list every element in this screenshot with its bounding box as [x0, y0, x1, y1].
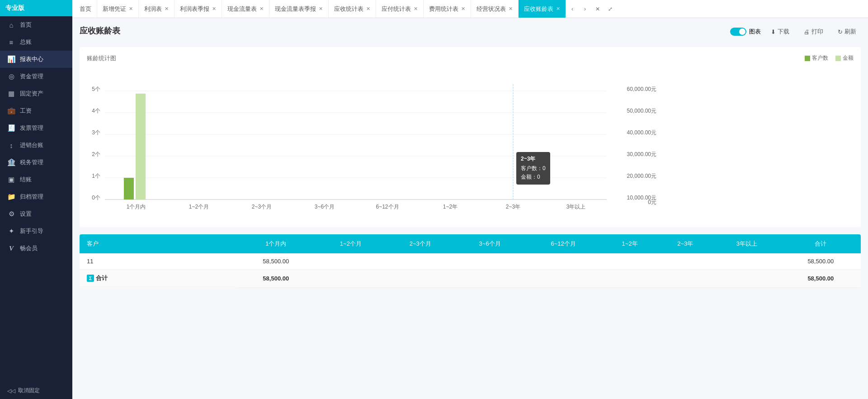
invoice-icon: 🧾 [7, 124, 15, 132]
sidebar-item-archive[interactable]: 📁 归档管理 [0, 188, 72, 205]
sidebar-item-settings[interactable]: ⚙ 设置 [0, 205, 72, 223]
sidebar-item-purchase[interactable]: ↕ 进销台账 [0, 137, 72, 154]
member-icon: V [7, 245, 15, 252]
col-1-2year: 1~2年 [602, 234, 658, 253]
col-2-3year: 2~3年 [657, 234, 713, 253]
total-over3year [713, 270, 780, 288]
sidebar: 专业版 ⌂ 首页 ≡ 总账 📊 报表中心 ◎ 资金管理 ▦ 固定资产 💼 工资 … [0, 0, 72, 399]
svg-text:1个: 1个 [92, 173, 100, 179]
total-total: 58,500.00 [781, 270, 861, 288]
tab-next-button[interactable]: › [579, 3, 591, 15]
tab-cashflow-quarterly[interactable]: 现金流量表季报 ✕ [269, 0, 329, 18]
chart-legend: 客户数 金额 [805, 54, 854, 62]
funds-icon: ◎ [7, 72, 15, 81]
tab-profit[interactable]: 利润表 ✕ [139, 0, 175, 18]
total-1month: 58,500.00 [236, 270, 316, 288]
tab-ar-aging[interactable]: 应收账龄表 ✕ [519, 0, 566, 18]
tab-close-ar-aging[interactable]: ✕ [556, 6, 560, 12]
legend-color-customer [805, 56, 810, 61]
sidebar-item-guide[interactable]: ✦ 新手引导 [0, 223, 72, 240]
svg-text:1个月内: 1个月内 [127, 204, 146, 210]
toggle-track[interactable] [730, 28, 746, 36]
sum-icon: Σ [87, 275, 94, 282]
cell-over3year [713, 253, 780, 270]
assets-icon: ▦ [7, 90, 15, 98]
sidebar-item-ledger[interactable]: ≡ 总账 [0, 33, 72, 51]
svg-text:3个: 3个 [92, 129, 100, 136]
toggle-thumb [739, 28, 745, 35]
unpin-icon: ◁◁ [7, 388, 15, 394]
purchase-icon: ↕ [7, 142, 15, 149]
home-icon: ⌂ [7, 21, 15, 29]
tab-prev-button[interactable]: ‹ [566, 3, 579, 15]
tab-close-business-status[interactable]: ✕ [509, 6, 513, 12]
refresh-button[interactable]: ↻ 刷新 [833, 26, 861, 38]
download-button[interactable]: ⬇ 下载 [766, 26, 794, 38]
total-3-6month [455, 270, 525, 288]
svg-text:60,000.00元: 60,000.00元 [627, 86, 656, 92]
tab-close-cashflow-quarterly[interactable]: ✕ [319, 6, 323, 12]
cell-2-3month [386, 253, 455, 270]
cell-1-2year [602, 253, 658, 270]
sidebar-item-assets[interactable]: ▦ 固定资产 [0, 85, 72, 102]
tab-maximize-button[interactable]: ⤢ [604, 3, 617, 15]
total-6-12month [525, 270, 602, 288]
close-account-icon: ▣ [7, 176, 15, 184]
col-6-12month: 6~12个月 [525, 234, 602, 253]
sidebar-item-close[interactable]: ▣ 结账 [0, 171, 72, 188]
tab-business-status[interactable]: 经营状况表 ✕ [471, 0, 519, 18]
tab-cashflow[interactable]: 现金流量表 ✕ [222, 0, 269, 18]
sidebar-item-tax[interactable]: 🏦 税务管理 [0, 154, 72, 171]
print-icon: 🖨 [804, 28, 810, 35]
svg-text:4个: 4个 [92, 108, 100, 114]
tab-ar-stats[interactable]: 应收统计表 ✕ [329, 0, 376, 18]
svg-text:1~2年: 1~2年 [443, 204, 458, 210]
tab-ap-stats[interactable]: 应付统计表 ✕ [376, 0, 424, 18]
toolbar: 图表 ⬇ 下载 🖨 打印 ↻ 刷新 [730, 26, 861, 38]
tab-expense-stats[interactable]: 费用统计表 ✕ [424, 0, 471, 18]
svg-text:40,000.00元: 40,000.00元 [627, 129, 656, 136]
cell-total: 58,500.00 [781, 253, 861, 270]
download-icon: ⬇ [771, 28, 776, 35]
tab-close-profit[interactable]: ✕ [165, 6, 169, 12]
sidebar-item-payroll[interactable]: 💼 工资 [0, 102, 72, 119]
page-title: 应收账龄表 [80, 25, 120, 36]
chart-toggle[interactable]: 图表 [730, 28, 761, 36]
archive-icon: 📁 [7, 193, 15, 201]
sidebar-item-funds[interactable]: ◎ 资金管理 [0, 68, 72, 85]
tab-close-new-voucher[interactable]: ✕ [129, 6, 133, 12]
sidebar-item-reports[interactable]: 📊 报表中心 [0, 51, 72, 68]
svg-text:6~12个月: 6~12个月 [376, 204, 399, 210]
tab-close-expense-stats[interactable]: ✕ [461, 6, 465, 12]
svg-text:3年以上: 3年以上 [566, 204, 586, 210]
col-total: 合计 [781, 234, 861, 253]
tab-close-ar-stats[interactable]: ✕ [366, 6, 370, 12]
app-logo: 专业版 [0, 0, 72, 16]
sidebar-item-home[interactable]: ⌂ 首页 [0, 16, 72, 33]
cell-1-2month [316, 253, 386, 270]
tab-close-all-button[interactable]: ✕ [591, 3, 604, 15]
svg-text:2~3年: 2~3年 [506, 204, 520, 210]
sidebar-item-member[interactable]: V 畅会员 [0, 240, 72, 257]
settings-icon: ⚙ [7, 210, 15, 218]
tab-close-cashflow[interactable]: ✕ [259, 6, 264, 12]
tab-profit-quarterly[interactable]: 利润表季报 ✕ [175, 0, 222, 18]
svg-text:1~2个月: 1~2个月 [189, 204, 209, 210]
col-1-2month: 1~2个月 [316, 234, 386, 253]
sidebar-item-invoices[interactable]: 🧾 发票管理 [0, 119, 72, 137]
tab-close-profit-quarterly[interactable]: ✕ [212, 6, 216, 12]
cell-customer: 11 [80, 253, 236, 270]
data-table: 客户 1个月内 1~2个月 2~3个月 3~6个月 6~12个月 1~2年 2~… [80, 234, 861, 288]
print-button[interactable]: 🖨 打印 [799, 26, 828, 38]
tab-new-voucher[interactable]: 新增凭证 ✕ [97, 0, 139, 18]
total-row: Σ 合计 58,500.00 58,500.00 [80, 270, 861, 288]
unpin-button[interactable]: ◁◁ 取消固定 [0, 382, 72, 399]
legend-color-amount [835, 56, 841, 61]
tab-close-ap-stats[interactable]: ✕ [414, 6, 418, 12]
bar-customer-1month [124, 178, 134, 200]
svg-text:2个: 2个 [92, 151, 100, 157]
tab-home[interactable]: 首页 [74, 0, 97, 18]
col-customer: 客户 [80, 234, 236, 253]
legend-customer-count: 客户数 [805, 54, 828, 62]
tab-bar: 首页 新增凭证 ✕ 利润表 ✕ 利润表季报 ✕ 现金流量表 ✕ 现金流量表季报 … [72, 0, 868, 18]
